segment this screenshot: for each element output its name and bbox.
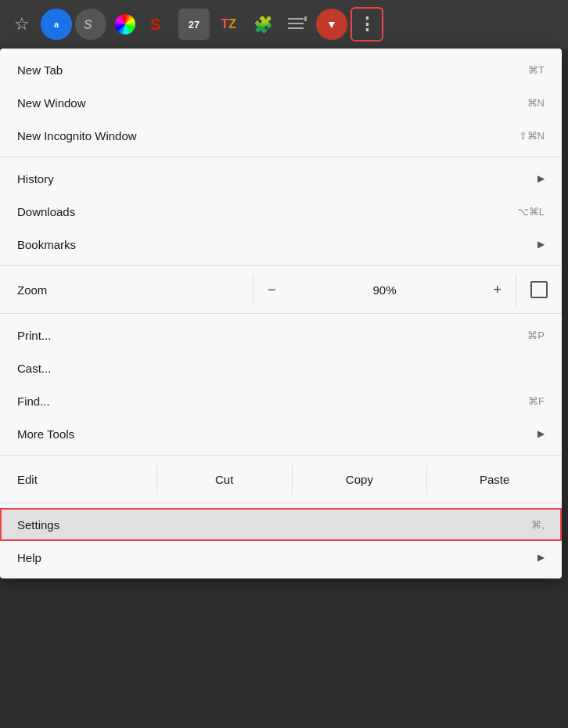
- scrivener-icon[interactable]: S: [75, 9, 106, 40]
- svg-text:S: S: [84, 18, 92, 31]
- puzzle-icon[interactable]: 🧩: [247, 9, 279, 40]
- new-incognito-label: New Incognito Window: [17, 129, 137, 142]
- new-tab-shortcut: ⌘T: [528, 64, 545, 76]
- star-icon[interactable]: ☆: [6, 9, 38, 40]
- downloads-label: Downloads: [17, 205, 75, 218]
- menu-item-more-tools[interactable]: More Tools ▶: [0, 417, 562, 450]
- print-label: Print...: [17, 329, 51, 342]
- menu-section-browse: History ▶ Downloads ⌥⌘L Bookmarks ▶: [0, 157, 562, 266]
- browser-toolbar: ☆ a S S 27 TZ 🧩 ▼ ⋮: [0, 0, 568, 49]
- tz-icon[interactable]: TZ: [213, 9, 244, 40]
- menu-item-new-incognito[interactable]: New Incognito Window ⇧⌘N: [0, 119, 562, 152]
- cast-label: Cast...: [17, 362, 51, 375]
- number-icon[interactable]: 27: [178, 9, 210, 40]
- menu-item-bookmarks[interactable]: Bookmarks ▶: [0, 228, 562, 261]
- svg-rect-3: [288, 23, 304, 24]
- more-tools-label: More Tools: [17, 427, 74, 441]
- settings-label: Settings: [17, 518, 59, 532]
- bookmarks-label: Bookmarks: [17, 238, 76, 251]
- chrome-menu-button[interactable]: ⋮: [351, 7, 383, 41]
- more-tools-arrow: ▶: [537, 428, 545, 439]
- list-icon[interactable]: [282, 9, 313, 40]
- bookmarks-arrow: ▶: [537, 239, 545, 250]
- svg-text:S: S: [150, 16, 160, 33]
- paste-button[interactable]: Paste: [427, 465, 562, 494]
- zoom-row: Zoom − 90% +: [0, 271, 562, 308]
- menu-item-new-window[interactable]: New Window ⌘N: [0, 86, 562, 119]
- svg-rect-2: [288, 18, 304, 20]
- menu-section-zoom: Zoom − 90% +: [0, 266, 562, 314]
- menu-item-downloads[interactable]: Downloads ⌥⌘L: [0, 195, 562, 228]
- cut-button[interactable]: Cut: [157, 465, 293, 494]
- menu-section-edit: Edit Cut Copy Paste: [0, 456, 562, 503]
- find-shortcut: ⌘F: [528, 395, 545, 407]
- menu-item-settings[interactable]: Settings ⌘,: [0, 508, 562, 541]
- zoom-value: 90%: [290, 283, 480, 297]
- menu-item-help[interactable]: Help ▶: [0, 541, 562, 574]
- downloads-shortcut: ⌥⌘L: [517, 206, 545, 218]
- edit-row: Edit Cut Copy Paste: [0, 460, 562, 498]
- amazon-icon[interactable]: a: [41, 9, 72, 40]
- history-label: History: [17, 172, 54, 186]
- new-tab-label: New Tab: [17, 63, 63, 77]
- seo-icon[interactable]: S: [144, 9, 175, 40]
- new-window-label: New Window: [17, 96, 86, 110]
- svg-rect-4: [288, 27, 304, 29]
- zoom-out-button[interactable]: −: [253, 274, 290, 306]
- zoom-controls: − 90% +: [253, 274, 516, 306]
- menu-section-settings: Settings ⌘, Help ▶: [0, 503, 562, 578]
- print-shortcut: ⌘P: [527, 330, 545, 341]
- menu-item-cast[interactable]: Cast...: [0, 351, 562, 384]
- history-arrow: ▶: [537, 173, 545, 184]
- fullscreen-icon: [530, 281, 548, 298]
- menu-item-history[interactable]: History ▶: [0, 162, 562, 195]
- help-label: Help: [17, 551, 41, 564]
- menu-item-find[interactable]: Find... ⌘F: [0, 384, 562, 417]
- new-incognito-shortcut: ⇧⌘N: [519, 130, 545, 142]
- copy-button[interactable]: Copy: [293, 465, 428, 494]
- menu-item-new-tab[interactable]: New Tab ⌘T: [0, 53, 562, 86]
- fullscreen-button[interactable]: [516, 273, 562, 306]
- menu-item-print[interactable]: Print... ⌘P: [0, 319, 562, 351]
- zoom-in-button[interactable]: +: [479, 274, 516, 306]
- zoom-label: Zoom: [0, 276, 253, 305]
- menu-section-new: New Tab ⌘T New Window ⌘N New Incognito W…: [0, 49, 562, 157]
- new-window-shortcut: ⌘N: [527, 97, 545, 109]
- download-button[interactable]: ▼: [316, 9, 347, 40]
- find-label: Find...: [17, 395, 50, 408]
- help-arrow: ▶: [537, 552, 545, 563]
- edit-label: Edit: [0, 465, 157, 494]
- color-wheel-icon[interactable]: [110, 9, 141, 40]
- svg-rect-5: [304, 16, 307, 21]
- menu-section-tools: Print... ⌘P Cast... Find... ⌘F More Tool…: [0, 314, 562, 456]
- chrome-dropdown-menu: New Tab ⌘T New Window ⌘N New Incognito W…: [0, 49, 562, 578]
- settings-shortcut: ⌘,: [531, 519, 545, 531]
